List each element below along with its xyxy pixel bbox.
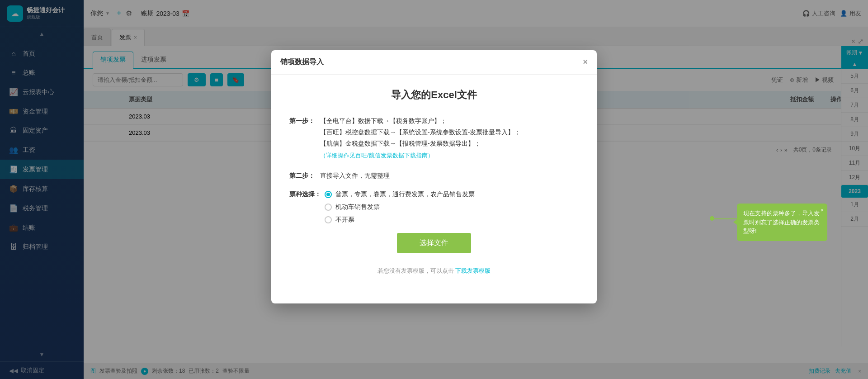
radio-option-3[interactable]: 不开票	[325, 216, 475, 224]
radio-label-2: 机动车销售发票	[335, 203, 380, 211]
tooltip-close-btn[interactable]: ×	[821, 206, 824, 214]
import-modal: 销项数据导入 × 导入您的Excel文件 第一步： 【全电平台】数据下载→【税务…	[271, 50, 597, 303]
modal-body: 导入您的Excel文件 第一步： 【全电平台】数据下载→【税务数字账户】； 【百…	[271, 75, 597, 303]
step1-content: 【全电平台】数据下载→【税务数字账户】； 【百旺】税控盘数据下载→【系统设置-系…	[320, 115, 579, 161]
radio-dot-3	[325, 216, 332, 223]
radio-label-3: 不开票	[335, 216, 354, 224]
tooltip-text: 现在支持的票种多了，导入发票时别忘了选择正确的发票类型呀!	[743, 210, 820, 234]
step1-line1: 【全电平台】数据下载→【税务数字账户】；	[320, 115, 579, 127]
modal-footer: 若您没有发票模版，可以点击 下载发票模版	[289, 262, 579, 284]
tooltip-bubble: × 现在支持的票种多了，导入发票时别忘了选择正确的发票类型呀!	[737, 204, 827, 241]
radio-option-1[interactable]: 普票，专票，卷票，通行费发票，农产品销售发票	[325, 190, 475, 199]
step2-content: 直接导入文件，无需整理	[320, 170, 579, 181]
radio-group-label: 票种选择：	[289, 190, 321, 224]
tooltip-connector-line	[714, 218, 827, 219]
modal-main-title: 导入您的Excel文件	[289, 88, 579, 102]
step1-guide-link[interactable]: （详细操作见百旺/航信发票数据下载指南）	[320, 152, 434, 159]
modal-close-btn[interactable]: ×	[583, 57, 588, 67]
modal-title-bar: 销项数据导入	[280, 57, 324, 67]
step2-container: 第二步： 直接导入文件，无需整理	[289, 170, 579, 181]
step1-label: 第一步：	[289, 115, 316, 161]
radio-dot-2	[325, 204, 332, 211]
step1-line3: 【航信】金税盘数据下载→【报税管理-发票数据导出】；	[320, 138, 579, 149]
select-file-button[interactable]: 选择文件	[397, 233, 471, 253]
radio-label-1: 普票，专票，卷票，通行费发票，农产品销售发票	[335, 190, 475, 199]
download-template-link[interactable]: 下载发票模版	[455, 267, 491, 274]
tooltip-dot	[710, 216, 714, 221]
modal-header: 销项数据导入 ×	[271, 50, 597, 75]
radio-options: 普票，专票，卷票，通行费发票，农产品销售发票 机动车销售发票 不开票	[325, 190, 475, 224]
step2-label: 第二步：	[289, 170, 316, 181]
step1-line2: 【百旺】税控盘数据下载→【系统设置-系统参数设置-发票批量导入】；	[320, 127, 579, 138]
radio-dot-1	[325, 191, 332, 198]
radio-option-2[interactable]: 机动车销售发票	[325, 203, 475, 211]
step1-container: 第一步： 【全电平台】数据下载→【税务数字账户】； 【百旺】税控盘数据下载→【系…	[289, 115, 579, 161]
radio-group: 票种选择： 普票，专票，卷票，通行费发票，农产品销售发票 机动车销售发票 不开票	[289, 190, 579, 224]
footer-text: 若您没有发票模版，可以点击	[377, 267, 454, 274]
